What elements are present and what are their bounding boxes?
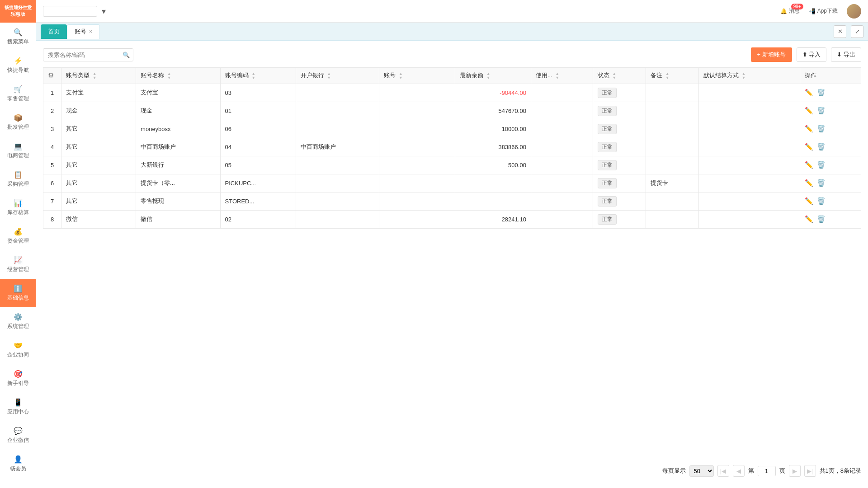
sidebar-item-enterprise[interactable]: 🤝 企业协同 — [0, 336, 36, 364]
message-button[interactable]: 🔔 消息 99+ — [780, 7, 800, 15]
sidebar-item-inventory[interactable]: 📊 库存核算 — [0, 193, 36, 222]
col-balance-label: 最新余额 — [460, 72, 483, 79]
sidebar-item-finance[interactable]: 💰 资金管理 — [0, 222, 36, 250]
sidebar-item-member[interactable]: 👤 畅会员 — [0, 450, 36, 478]
sidebar-item-shortcuts[interactable]: ⚡ 快捷导航 — [0, 51, 36, 80]
cell-account-name: 大新银行 — [136, 156, 220, 174]
search-input[interactable] — [43, 48, 133, 61]
page-number-input[interactable] — [758, 466, 776, 476]
sidebar-item-wechat[interactable]: 💬 企业微信 — [0, 421, 36, 450]
delete-icon[interactable]: 🗑️ — [817, 107, 826, 114]
cell-bank — [296, 120, 379, 138]
search-icon-btn[interactable]: 🔍 — [123, 52, 130, 58]
sort-use-icon[interactable]: ▲▼ — [555, 72, 559, 80]
tab-close-icon[interactable]: × — [89, 28, 92, 35]
add-account-button[interactable]: + 新增账号 — [751, 47, 792, 62]
delete-icon[interactable]: 🗑️ — [817, 143, 826, 150]
status-badge: 正常 — [598, 124, 617, 134]
sort-account-code-icon[interactable]: ▲▼ — [251, 72, 255, 80]
page-last-btn[interactable]: ▶| — [804, 465, 816, 477]
cell-action: ✏️ 🗑️ — [800, 138, 861, 156]
export-button[interactable]: ⬇ 导出 — [831, 47, 861, 62]
tab-home[interactable]: 首页 — [41, 24, 67, 39]
page-next-btn[interactable]: ▶ — [789, 465, 801, 477]
sort-remark-icon[interactable]: ▲▼ — [665, 72, 670, 80]
col-use[interactable]: 使用... ▲▼ — [531, 68, 593, 84]
top-search-input[interactable] — [43, 6, 97, 17]
col-account-no[interactable]: 账号 ▲▼ — [379, 68, 455, 84]
sidebar-item-label: 系统管理 — [2, 323, 33, 330]
delete-icon[interactable]: 🗑️ — [817, 197, 826, 205]
sidebar-item-system[interactable]: ⚙️ 系统管理 — [0, 307, 36, 336]
cell-status: 正常 — [593, 156, 646, 174]
status-badge: 正常 — [598, 106, 617, 116]
app-download-button[interactable]: 📲 App下载 — [809, 7, 838, 15]
col-status[interactable]: 状态 ▲▼ — [593, 68, 646, 84]
sidebar-item-guide[interactable]: 🎯 新手引导 — [0, 364, 36, 393]
header-dropdown-icon[interactable]: ▾ — [102, 6, 106, 16]
sidebar-item-label: 基础信息 — [2, 294, 33, 302]
edit-icon[interactable]: ✏️ — [805, 161, 813, 169]
finance-icon: 💰 — [2, 227, 33, 236]
sidebar-item-operation[interactable]: 📈 经营管理 — [0, 250, 36, 279]
edit-icon[interactable]: ✏️ — [805, 197, 813, 205]
sidebar-item-retail[interactable]: 🛒 零售管理 — [0, 80, 36, 108]
edit-icon[interactable]: ✏️ — [805, 125, 813, 132]
sort-bank-icon[interactable]: ▲▼ — [327, 72, 331, 80]
tab-close-button[interactable]: ✕ — [834, 25, 846, 38]
col-account-type[interactable]: 账号类型 ▲▼ — [61, 68, 136, 84]
edit-icon[interactable]: ✏️ — [805, 107, 813, 114]
edit-icon[interactable]: ✏️ — [805, 143, 813, 150]
cell-account-code: STORED... — [220, 192, 296, 210]
sidebar-item-basic-info[interactable]: ℹ️ 基础信息 — [0, 279, 36, 307]
sort-default-icon[interactable]: ▲▼ — [741, 72, 745, 80]
cell-default-settlement — [698, 138, 800, 156]
sort-account-no-icon[interactable]: ▲▼ — [399, 72, 403, 80]
col-default-settlement[interactable]: 默认结算方式 ▲▼ — [698, 68, 800, 84]
cell-account-code: 04 — [220, 138, 296, 156]
sort-balance-icon[interactable]: ▲▼ — [486, 72, 491, 80]
sidebar-item-app-center[interactable]: 📱 应用中心 — [0, 393, 36, 421]
table-settings-icon[interactable]: ⚙ — [48, 71, 54, 79]
sidebar-item-purchase[interactable]: 📋 采购管理 — [0, 165, 36, 193]
page-prev-btn[interactable]: ◀ — [733, 465, 745, 477]
tab-bar-actions: ✕ ⤢ — [834, 25, 863, 38]
sort-account-type-icon[interactable]: ▲▼ — [93, 72, 97, 80]
tab-account[interactable]: 账号 × — [67, 24, 100, 39]
accounts-table: ⚙ 账号类型 ▲▼ 账号名称 ▲▼ 账号编码 ▲▼ 开户 — [43, 67, 861, 229]
import-button[interactable]: ⬆ 导入 — [797, 47, 827, 62]
edit-icon[interactable]: ✏️ — [805, 215, 813, 223]
delete-icon[interactable]: 🗑️ — [817, 161, 826, 169]
table-row: 7 其它 零售抵现 STORED... 正常 ✏️ 🗑️ — [43, 192, 861, 210]
user-avatar[interactable] — [847, 4, 861, 19]
sidebar-item-search[interactable]: 🔍 搜索菜单 — [0, 23, 36, 51]
col-settings[interactable]: ⚙ — [43, 68, 61, 84]
sidebar-item-label: 搜索菜单 — [2, 38, 33, 46]
cell-default-settlement — [698, 174, 800, 192]
edit-icon[interactable]: ✏️ — [805, 179, 813, 187]
cell-account-no — [379, 120, 455, 138]
col-bank[interactable]: 开户银行 ▲▼ — [296, 68, 379, 84]
delete-icon[interactable]: 🗑️ — [817, 179, 826, 187]
sort-account-name-icon[interactable]: ▲▼ — [167, 72, 171, 80]
col-account-code[interactable]: 账号编码 ▲▼ — [220, 68, 296, 84]
col-account-code-label: 账号编码 — [225, 72, 249, 79]
per-page-select[interactable]: 50 20 100 — [689, 465, 714, 477]
col-account-name[interactable]: 账号名称 ▲▼ — [136, 68, 220, 84]
sidebar-item-ecommerce[interactable]: 💻 电商管理 — [0, 136, 36, 165]
sidebar-item-wholesale[interactable]: 📦 批发管理 — [0, 108, 36, 136]
col-remark[interactable]: 备注 ▲▼ — [646, 68, 699, 84]
delete-icon[interactable]: 🗑️ — [817, 89, 826, 96]
edit-icon[interactable]: ✏️ — [805, 89, 813, 96]
cell-account-type: 其它 — [61, 192, 136, 210]
delete-icon[interactable]: 🗑️ — [817, 125, 826, 132]
sort-status-icon[interactable]: ▲▼ — [612, 72, 616, 80]
page-first-btn[interactable]: |◀ — [717, 465, 729, 477]
delete-icon[interactable]: 🗑️ — [817, 215, 826, 223]
tab-expand-button[interactable]: ⤢ — [851, 25, 863, 38]
cell-balance: 28241.10 — [455, 210, 531, 228]
table-row: 3 其它 moneybosx 06 10000.00 正常 ✏️ 🗑️ — [43, 120, 861, 138]
col-remark-label: 备注 — [651, 72, 662, 79]
cell-account-code: 06 — [220, 120, 296, 138]
col-balance[interactable]: 最新余额 ▲▼ — [455, 68, 531, 84]
